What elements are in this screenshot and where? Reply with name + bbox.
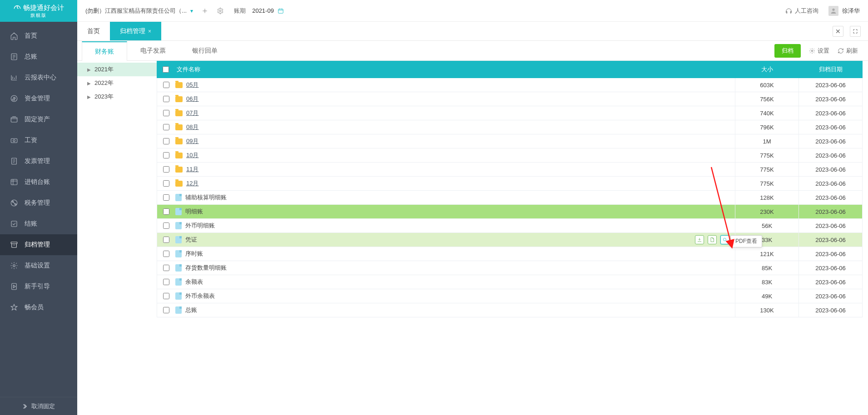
tab-归档管理[interactable]: 归档管理× (110, 22, 161, 40)
row-checkbox[interactable] (163, 180, 169, 187)
table-row: 05月603K2023-06-06 (157, 78, 863, 92)
file-size: 775K (735, 163, 799, 176)
nav-inventory[interactable]: 进销台账 (0, 172, 77, 193)
file-name[interactable]: 09月 (186, 137, 198, 145)
file-name[interactable]: 08月 (186, 123, 198, 131)
salary-icon (10, 136, 18, 144)
file-date: 2023-06-06 (799, 106, 862, 120)
file-date: 2023-06-06 (799, 233, 862, 247)
tree-year[interactable]: ▶2022年 (77, 76, 157, 90)
table-row: 外币明细账56K2023-06-06 (157, 219, 863, 233)
period-value: 2021-09 (252, 7, 274, 14)
file-icon (175, 250, 182, 257)
file-name: 凭证 (185, 236, 197, 244)
subtab-电子发票[interactable]: 电子发票 (127, 41, 179, 60)
nav-money[interactable]: 资金管理 (0, 88, 77, 109)
help-link[interactable]: 人工咨询 (785, 7, 818, 15)
archive-icon (10, 241, 18, 249)
row-checkbox[interactable] (163, 279, 169, 285)
nav-close[interactable]: 结账 (0, 213, 77, 234)
file-size: 56K (735, 219, 799, 232)
add-icon[interactable] (201, 7, 208, 15)
file-date: 2023-06-06 (799, 120, 862, 134)
vip-icon (10, 303, 18, 311)
tree-year[interactable]: ▶2021年 (77, 63, 157, 76)
refresh-link[interactable]: 刷新 (838, 47, 858, 55)
pdf-action[interactable] (708, 235, 717, 244)
file-size: 603K (735, 78, 799, 92)
settings-link[interactable]: 设置 (809, 47, 829, 55)
row-checkbox[interactable] (163, 124, 169, 130)
archive-button[interactable]: 归档 (774, 44, 801, 58)
subtab-财务账[interactable]: 财务账 (82, 41, 127, 61)
file-name[interactable]: 12月 (186, 179, 198, 188)
svg-rect-8 (11, 221, 17, 227)
file-name: 余额表 (185, 278, 203, 286)
nav-settings[interactable]: 基础设置 (0, 255, 77, 276)
svg-rect-6 (11, 179, 17, 185)
file-name[interactable]: 11月 (186, 165, 198, 173)
nav-salary[interactable]: 工资 (0, 130, 77, 151)
close-icon[interactable]: × (148, 28, 151, 35)
row-checkbox[interactable] (163, 293, 169, 299)
nav-report[interactable]: 云报表中心 (0, 67, 77, 88)
row-checkbox[interactable] (163, 152, 169, 158)
company-selector[interactable]: (勿删）江西服宝精品有限责任公司（... ▾ (85, 7, 193, 15)
tree-year[interactable]: ▶2023年 (77, 90, 157, 104)
file-date: 2023-06-06 (799, 134, 862, 148)
svg-point-16 (811, 50, 813, 52)
row-checkbox[interactable] (163, 307, 169, 313)
row-checkbox[interactable] (163, 96, 169, 102)
file-name[interactable]: 06月 (186, 95, 198, 103)
caret-right-icon: ▶ (87, 67, 91, 72)
file-size: 756K (735, 92, 799, 106)
nav-ledger[interactable]: 总账 (0, 46, 77, 67)
file-icon (175, 278, 182, 286)
svg-rect-3 (11, 138, 17, 143)
nav-vip[interactable]: 畅会员 (0, 297, 77, 318)
avatar[interactable] (828, 6, 838, 16)
nav-label: 基础设置 (25, 262, 50, 270)
file-name[interactable]: 10月 (186, 151, 198, 159)
fullscreen-icon[interactable] (850, 26, 861, 37)
row-checkbox[interactable] (163, 251, 169, 257)
download-action[interactable] (695, 235, 704, 244)
gear-icon[interactable] (217, 7, 224, 15)
folder-icon (175, 82, 183, 88)
folder-icon (175, 110, 183, 116)
nav-home[interactable]: 首页 (0, 25, 77, 46)
pdf-view-action[interactable] (720, 235, 729, 244)
col-size: 大小 (735, 65, 799, 74)
nav-invoice[interactable]: 发票管理 (0, 151, 77, 172)
tab-首页[interactable]: 首页 (77, 22, 110, 40)
row-checkbox[interactable] (163, 222, 169, 229)
row-checkbox[interactable] (163, 265, 169, 271)
row-checkbox[interactable] (163, 208, 169, 215)
calendar-icon[interactable] (278, 8, 284, 14)
close-icon[interactable]: ✕ (833, 26, 843, 37)
nav-label: 新手引导 (25, 282, 50, 291)
row-checkbox[interactable] (163, 194, 169, 201)
row-checkbox[interactable] (163, 138, 169, 144)
row-checkbox[interactable] (163, 166, 169, 173)
file-icon (175, 264, 182, 272)
file-date: 2023-06-06 (799, 247, 862, 261)
select-all-checkbox[interactable] (163, 66, 169, 73)
folder-icon (175, 138, 183, 144)
nav-asset[interactable]: 固定资产 (0, 109, 77, 130)
file-date: 2023-06-06 (799, 303, 862, 317)
subtab-银行回单[interactable]: 银行回单 (179, 41, 231, 60)
row-checkbox[interactable] (163, 237, 169, 243)
file-name: 外币明细账 (185, 222, 215, 230)
file-name[interactable]: 07月 (186, 109, 198, 117)
nav-archive[interactable]: 归档管理 (0, 234, 77, 255)
file-size: 130K (735, 303, 799, 317)
nav-tax[interactable]: 税务管理 (0, 193, 77, 213)
nav-guide[interactable]: 新手引导 (0, 276, 77, 297)
unpin-button[interactable]: 取消固定 (0, 397, 77, 415)
row-checkbox[interactable] (163, 82, 169, 88)
file-date: 2023-06-06 (799, 177, 862, 190)
row-checkbox[interactable] (163, 110, 169, 116)
file-name[interactable]: 05月 (186, 81, 198, 89)
col-date: 归档日期 (799, 65, 863, 74)
